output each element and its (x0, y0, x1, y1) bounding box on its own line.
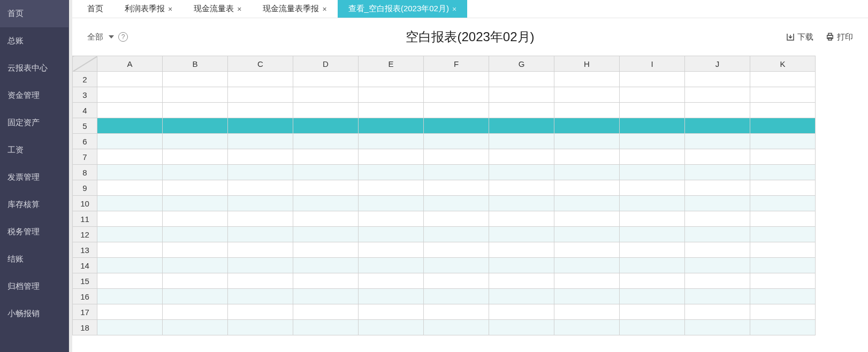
cell-G5[interactable] (489, 118, 554, 134)
sidebar-item-expense[interactable]: 小畅报销 (0, 300, 68, 327)
cell-I7[interactable] (620, 149, 685, 165)
sidebar-item-archive[interactable]: 归档管理 (0, 273, 68, 300)
cell-A11[interactable] (97, 211, 163, 227)
cell-G3[interactable] (489, 87, 554, 103)
column-header-F[interactable]: F (424, 56, 489, 72)
cell-H16[interactable] (554, 289, 620, 304)
cell-F17[interactable] (424, 304, 489, 320)
tab-2[interactable]: 现金流量表× (183, 0, 252, 18)
cell-B2[interactable] (163, 72, 228, 87)
cell-H4[interactable] (554, 103, 620, 118)
cell-C16[interactable] (228, 289, 293, 304)
cell-F11[interactable] (424, 211, 489, 227)
cell-I15[interactable] (620, 273, 685, 289)
close-icon[interactable]: × (237, 5, 241, 13)
row-header-18[interactable]: 18 (73, 320, 97, 335)
cell-F12[interactable] (424, 227, 489, 242)
cell-A14[interactable] (97, 258, 163, 273)
cell-B18[interactable] (163, 320, 228, 335)
cell-E18[interactable] (359, 320, 424, 335)
cell-A12[interactable] (97, 227, 163, 242)
cell-C13[interactable] (228, 242, 293, 258)
cell-K6[interactable] (750, 134, 816, 149)
grid-corner[interactable] (73, 56, 97, 72)
cell-F8[interactable] (424, 165, 489, 180)
sidebar-item-fund[interactable]: 资金管理 (0, 82, 68, 109)
cell-F10[interactable] (424, 196, 489, 211)
cell-I17[interactable] (620, 304, 685, 320)
row-header-8[interactable]: 8 (73, 165, 97, 180)
row-header-12[interactable]: 12 (73, 227, 97, 242)
chevron-down-icon[interactable] (109, 35, 114, 39)
cell-G7[interactable] (489, 149, 554, 165)
column-header-D[interactable]: D (293, 56, 359, 72)
cell-F5[interactable] (424, 118, 489, 134)
cell-C4[interactable] (228, 103, 293, 118)
cell-C5[interactable] (228, 118, 293, 134)
column-header-K[interactable]: K (750, 56, 816, 72)
tab-0[interactable]: 首页 (77, 0, 114, 18)
cell-H13[interactable] (554, 242, 620, 258)
cell-C12[interactable] (228, 227, 293, 242)
cell-K16[interactable] (750, 289, 816, 304)
cell-A3[interactable] (97, 87, 163, 103)
close-icon[interactable]: × (322, 5, 326, 13)
cell-G8[interactable] (489, 165, 554, 180)
cell-D10[interactable] (293, 196, 359, 211)
cell-E11[interactable] (359, 211, 424, 227)
cell-J12[interactable] (685, 227, 750, 242)
cell-B14[interactable] (163, 258, 228, 273)
cell-A9[interactable] (97, 180, 163, 196)
cell-B11[interactable] (163, 211, 228, 227)
cell-I13[interactable] (620, 242, 685, 258)
cell-I8[interactable] (620, 165, 685, 180)
cell-I3[interactable] (620, 87, 685, 103)
row-header-10[interactable]: 10 (73, 196, 97, 211)
cell-G11[interactable] (489, 211, 554, 227)
cell-I18[interactable] (620, 320, 685, 335)
row-header-9[interactable]: 9 (73, 180, 97, 196)
cell-D12[interactable] (293, 227, 359, 242)
row-header-3[interactable]: 3 (73, 87, 97, 103)
cell-G16[interactable] (489, 289, 554, 304)
cell-H7[interactable] (554, 149, 620, 165)
cell-I2[interactable] (620, 72, 685, 87)
cell-A4[interactable] (97, 103, 163, 118)
cell-E7[interactable] (359, 149, 424, 165)
cell-I12[interactable] (620, 227, 685, 242)
cell-F4[interactable] (424, 103, 489, 118)
row-header-6[interactable]: 6 (73, 134, 97, 149)
cell-I10[interactable] (620, 196, 685, 211)
column-header-I[interactable]: I (620, 56, 685, 72)
cell-B9[interactable] (163, 180, 228, 196)
cell-K11[interactable] (750, 211, 816, 227)
cell-C14[interactable] (228, 258, 293, 273)
cell-K7[interactable] (750, 149, 816, 165)
cell-B8[interactable] (163, 165, 228, 180)
cell-B15[interactable] (163, 273, 228, 289)
cell-D6[interactable] (293, 134, 359, 149)
cell-A16[interactable] (97, 289, 163, 304)
cell-H14[interactable] (554, 258, 620, 273)
sidebar-item-fixed-assets[interactable]: 固定资产 (0, 109, 68, 136)
cell-E6[interactable] (359, 134, 424, 149)
row-header-15[interactable]: 15 (73, 273, 97, 289)
cell-I14[interactable] (620, 258, 685, 273)
cell-H15[interactable] (554, 273, 620, 289)
cell-D13[interactable] (293, 242, 359, 258)
row-header-16[interactable]: 16 (73, 289, 97, 304)
cell-E13[interactable] (359, 242, 424, 258)
cell-I4[interactable] (620, 103, 685, 118)
cell-I5[interactable] (620, 118, 685, 134)
cell-C15[interactable] (228, 273, 293, 289)
cell-C11[interactable] (228, 211, 293, 227)
cell-B4[interactable] (163, 103, 228, 118)
cell-B12[interactable] (163, 227, 228, 242)
cell-D14[interactable] (293, 258, 359, 273)
cell-A10[interactable] (97, 196, 163, 211)
cell-E5[interactable] (359, 118, 424, 134)
cell-I9[interactable] (620, 180, 685, 196)
tab-3[interactable]: 现金流量表季报× (252, 0, 337, 18)
cell-J11[interactable] (685, 211, 750, 227)
tab-4[interactable]: 查看_空白报表(2023年02月)× (338, 0, 468, 18)
